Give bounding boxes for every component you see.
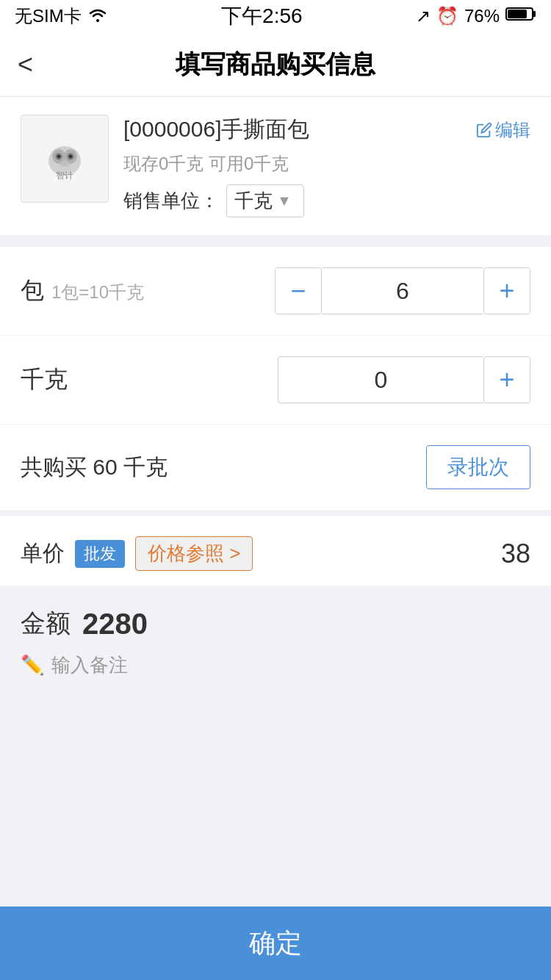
total-label: 共购买 60 千克 (21, 453, 168, 483)
product-name-row: [0000006]手撕面包 编辑 (123, 115, 530, 145)
status-right: ↗ ⏰ 76% (416, 6, 536, 26)
battery-icon (505, 6, 536, 26)
back-button[interactable]: < (18, 49, 33, 80)
bag-minus-button[interactable]: − (275, 267, 322, 314)
amount-section: 金额 2280 ✏️ 输入备注 (0, 586, 551, 690)
page-title: 填写商品购买信息 (176, 48, 375, 82)
price-ref-button[interactable]: 价格参照 > (135, 536, 253, 571)
divider-2 (0, 510, 551, 516)
unit-label: 销售单位： (123, 188, 219, 214)
kg-qty-controls: + (278, 356, 530, 403)
total-row: 共购买 60 千克 录批次 (0, 425, 551, 510)
price-label: 单价 (21, 538, 65, 569)
edit-button[interactable]: 编辑 (476, 118, 530, 142)
nav-bar: < 填写商品购买信息 (0, 32, 551, 97)
kg-qty-input[interactable] (278, 356, 483, 403)
product-unit-row: 销售单位： 千克 ▼ (123, 184, 530, 217)
amount-value: 2280 (82, 608, 148, 641)
remark-placeholder: 输入备注 (51, 652, 128, 678)
bag-qty-input[interactable] (322, 267, 483, 314)
empty-area (0, 690, 551, 910)
divider-1 (0, 241, 551, 247)
amount-label: 金额 (21, 607, 71, 641)
pencil-icon: ✏️ (21, 654, 44, 677)
price-type-tag: 批发 (75, 540, 125, 568)
bag-plus-button[interactable]: + (483, 267, 530, 314)
product-card: 智计 [0000006]手撕面包 编辑 现存0千克 可用0千克 销售单位： 千克 (0, 97, 551, 241)
location-icon: ↗ (416, 6, 431, 26)
unit-select[interactable]: 千克 ▼ (226, 184, 304, 217)
svg-rect-2 (508, 10, 527, 18)
price-value: 38 (501, 538, 530, 569)
wifi-icon (87, 6, 108, 26)
svg-point-10 (60, 161, 69, 167)
remark-row[interactable]: ✏️ 输入备注 (21, 652, 530, 678)
svg-rect-1 (533, 11, 536, 17)
kg-label: 千克 (21, 364, 68, 396)
product-thumbnail: 智计 (21, 115, 109, 203)
product-stock: 现存0千克 可用0千克 (123, 152, 530, 176)
alarm-icon: ⏰ (436, 6, 458, 26)
kg-plus-button[interactable]: + (483, 356, 530, 403)
product-name: [0000006]手撕面包 (123, 115, 309, 145)
price-section: 单价 批发 价格参照 > 38 (0, 516, 551, 586)
svg-point-8 (57, 155, 61, 159)
battery-text: 76% (464, 6, 500, 26)
status-time: 下午2:56 (221, 2, 303, 30)
svg-point-9 (69, 155, 73, 159)
bag-hint: 1包=10千克 (51, 281, 144, 304)
bag-qty-controls: − + (275, 267, 530, 314)
svg-text:智计: 智计 (56, 170, 73, 181)
status-bar: 无SIM卡 下午2:56 ↗ ⏰ 76% (0, 0, 551, 32)
unit-value: 千克 (234, 188, 273, 214)
product-info: [0000006]手撕面包 编辑 现存0千克 可用0千克 销售单位： 千克 ▼ (123, 115, 530, 217)
batch-button[interactable]: 录批次 (426, 445, 530, 489)
amount-row: 金额 2280 (21, 607, 530, 641)
chevron-down-icon: ▼ (277, 192, 292, 209)
status-left: 无SIM卡 (15, 4, 108, 28)
bag-label: 包 (21, 275, 44, 307)
confirm-button[interactable]: 确定 (0, 907, 551, 980)
kg-qty-row: 千克 + (0, 336, 551, 425)
bag-qty-row: 包 1包=10千克 − + (0, 247, 551, 336)
carrier-text: 无SIM卡 (15, 4, 82, 28)
